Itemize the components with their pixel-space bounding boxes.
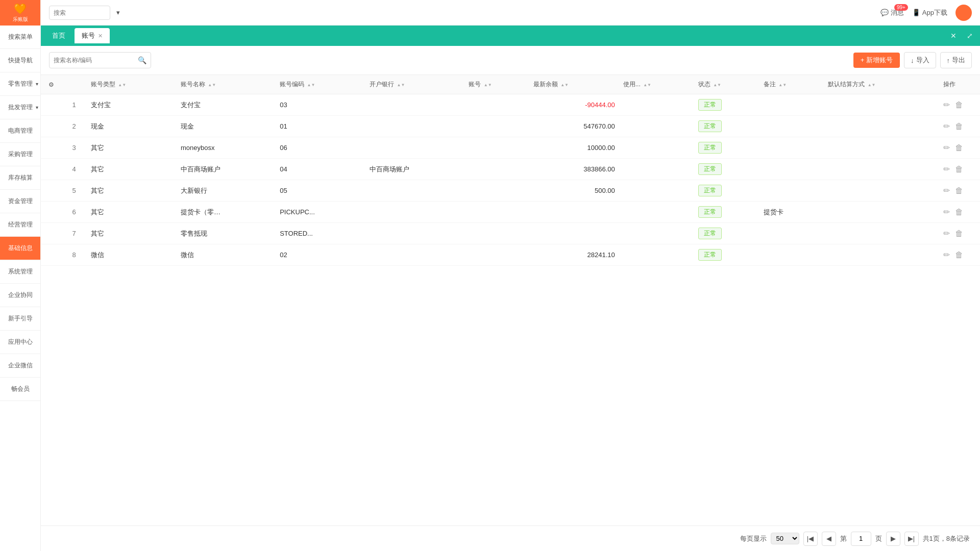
- add-account-button[interactable]: + 新增账号: [853, 53, 900, 68]
- sidebar-item-enterprise-agreement[interactable]: 企业协同: [0, 284, 40, 307]
- first-page-button[interactable]: |◀: [803, 532, 818, 546]
- col-balance-header[interactable]: 最新余额 ▲▼: [529, 75, 619, 94]
- row-actions: ✏ 🗑: [939, 137, 980, 159]
- col-type-header[interactable]: 账号类型 ▲▼: [87, 75, 177, 94]
- page-input[interactable]: [851, 532, 871, 546]
- app-download-button[interactable]: 📱 App下载: [912, 8, 947, 17]
- sidebar-item-fund-mgmt[interactable]: 资金管理: [0, 190, 40, 213]
- sidebar-item-search-menu[interactable]: 搜索菜单: [0, 26, 40, 49]
- sidebar-item-enterprise-wechat[interactable]: 企业微信: [0, 354, 40, 378]
- header-dropdown[interactable]: ▾: [116, 9, 120, 16]
- sidebar-item-inventory[interactable]: 库存核算: [0, 166, 40, 190]
- import-button[interactable]: ↓ 导入: [904, 52, 936, 68]
- sidebar-item-basic-info[interactable]: 基础信息: [0, 237, 40, 260]
- sidebar-item-quick-nav[interactable]: 快捷导航: [0, 49, 40, 72]
- row-remark: [760, 180, 824, 202]
- status-badge: 正常: [698, 163, 722, 175]
- status-badge: 正常: [698, 185, 722, 196]
- sidebar-item-ecommerce-mgmt[interactable]: 电商管理: [0, 119, 40, 143]
- row-balance: -90444.00: [529, 94, 619, 116]
- sidebar-item-app-center[interactable]: 应用中心: [0, 331, 40, 354]
- top-header: ▾ 💬 消息 99+ 📱 App下载: [41, 0, 980, 26]
- row-account: [464, 202, 529, 223]
- col-default-settle-label: 默认结算方式: [828, 81, 865, 88]
- col-account-label: 账号: [469, 81, 481, 88]
- tab-account[interactable]: 账号✕: [75, 28, 110, 43]
- col-code-sort: ▲▼: [307, 83, 315, 87]
- delete-button[interactable]: 🗑: [955, 122, 963, 131]
- row-actions: ✏ 🗑: [939, 94, 980, 116]
- col-settings-header[interactable]: ⚙: [41, 75, 61, 94]
- search-input[interactable]: [54, 57, 138, 64]
- edit-button[interactable]: ✏: [943, 100, 950, 110]
- col-balance-label: 最新余额: [533, 81, 558, 88]
- export-button[interactable]: ↑ 导出: [940, 52, 972, 68]
- row-no: 8: [61, 244, 87, 266]
- sidebar-item-purchase-mgmt[interactable]: 采购管理: [0, 143, 40, 166]
- export-label: 导出: [952, 56, 965, 65]
- tab-close-account-icon[interactable]: ✕: [98, 33, 103, 39]
- prev-page-button[interactable]: ◀: [822, 532, 836, 546]
- row-usage: [619, 180, 694, 202]
- header-search-input[interactable]: [49, 6, 110, 20]
- row-default-settle: [824, 223, 939, 244]
- row-remark: [760, 94, 824, 116]
- sidebar-item-ops-mgmt[interactable]: 经营管理: [0, 213, 40, 237]
- row-balance: [529, 223, 619, 244]
- delete-button[interactable]: 🗑: [955, 229, 963, 238]
- sidebar-item-retail-mgmt[interactable]: 零售管理▾: [0, 72, 40, 96]
- edit-button[interactable]: ✏: [943, 121, 950, 131]
- edit-button[interactable]: ✏: [943, 229, 950, 238]
- row-account: [464, 116, 529, 137]
- row-status: 正常: [694, 137, 760, 159]
- col-bank-label: 开户银行: [370, 81, 394, 88]
- total-label: 共1页，8条记录: [923, 534, 970, 543]
- edit-button[interactable]: ✏: [943, 143, 950, 153]
- tab-home[interactable]: 首页: [45, 28, 72, 43]
- edit-button[interactable]: ✏: [943, 186, 950, 195]
- col-code-header[interactable]: 账号编码 ▲▼: [276, 75, 365, 94]
- col-remark-label: 备注: [764, 81, 776, 88]
- col-name-header[interactable]: 账号名称 ▲▼: [177, 75, 276, 94]
- col-bank-header[interactable]: 开户银行 ▲▼: [365, 75, 464, 94]
- message-button[interactable]: 💬 消息 99+: [880, 8, 904, 17]
- sidebar-logo: 🧡 乐账版: [0, 0, 40, 26]
- delete-button[interactable]: 🗑: [955, 165, 963, 174]
- edit-button[interactable]: ✏: [943, 250, 950, 260]
- row-name: 支付宝: [177, 94, 276, 116]
- sidebar-item-wholesale-mgmt[interactable]: 批发管理▾: [0, 96, 40, 119]
- col-usage-header[interactable]: 使用... ▲▼: [619, 75, 694, 94]
- next-page-button[interactable]: ▶: [886, 532, 900, 546]
- row-settings: [41, 116, 61, 137]
- edit-button[interactable]: ✏: [943, 207, 950, 217]
- delete-button[interactable]: 🗑: [955, 101, 963, 110]
- search-icon[interactable]: 🔍: [138, 56, 146, 64]
- col-default-settle-header[interactable]: 默认结算方式 ▲▼: [824, 75, 939, 94]
- col-usage-label: 使用...: [623, 81, 641, 88]
- edit-button[interactable]: ✏: [943, 164, 950, 174]
- delete-button[interactable]: 🗑: [955, 143, 963, 153]
- row-no: 3: [61, 137, 87, 159]
- sidebar-item-member[interactable]: 畅会员: [0, 378, 40, 401]
- avatar[interactable]: [955, 5, 972, 21]
- sidebar-item-sys-mgmt[interactable]: 系统管理: [0, 260, 40, 284]
- col-type-sort: ▲▼: [118, 83, 126, 87]
- tab-expand-button[interactable]: ⤢: [964, 30, 976, 42]
- row-actions: ✏ 🗑: [939, 244, 980, 266]
- last-page-button[interactable]: ▶|: [904, 532, 919, 546]
- sidebar-item-newbie-guide[interactable]: 新手引导: [0, 307, 40, 331]
- col-status-header[interactable]: 状态 ▲▼: [694, 75, 760, 94]
- delete-button[interactable]: 🗑: [955, 251, 963, 260]
- col-account-header[interactable]: 账号 ▲▼: [464, 75, 529, 94]
- delete-button[interactable]: 🗑: [955, 208, 963, 217]
- pagination: 每页显示 50 20 100 |◀ ◀ 第 页 ▶ ▶| 共1页，8条记录: [41, 525, 980, 551]
- row-usage: [619, 137, 694, 159]
- row-balance: 28241.10: [529, 244, 619, 266]
- per-page-label: 每页显示: [740, 534, 767, 543]
- tab-close-all-button[interactable]: ✕: [947, 30, 960, 42]
- delete-button[interactable]: 🗑: [955, 186, 963, 195]
- col-remark-header[interactable]: 备注 ▲▼: [760, 75, 824, 94]
- table-row: 2现金现金01547670.00正常 ✏ 🗑: [41, 116, 980, 137]
- toolbar: 🔍 + 新增账号 ↓ 导入 ↑ 导出: [41, 46, 980, 75]
- per-page-select[interactable]: 50 20 100: [771, 533, 799, 544]
